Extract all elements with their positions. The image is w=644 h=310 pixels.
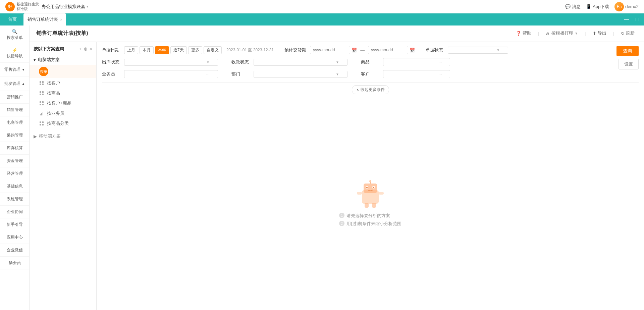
doc-status-dropdown[interactable]: ▼ — [448, 47, 508, 54]
help-icon: ❓ — [516, 31, 521, 36]
status-dropdown-arrow: ▼ — [496, 48, 500, 52]
page-actions: ❓ 帮助 | 🖨 按模板打印 ▼ | ⬆ 导出 | — [513, 29, 637, 38]
export-button[interactable]: ⬆ 导出 — [590, 29, 609, 38]
collapse-conditions-button[interactable]: ∧ 收起更多条件 — [352, 85, 389, 94]
last-month-btn[interactable]: 上月 — [124, 46, 138, 54]
filter-row-1: 单据日期 上月 本月 本年 近7天 更多 自定义 — [102, 46, 612, 54]
sidebar-purchase[interactable]: 采购管理 — [0, 129, 29, 142]
tab-close-icon[interactable]: × — [60, 17, 62, 21]
print-button[interactable]: 🖨 按模板打印 ▼ — [543, 29, 581, 38]
sidebar-newbie[interactable]: 新手引导 — [0, 218, 29, 231]
page-header-top: 销售订单统计表(按单) ❓ 帮助 | 🖨 按模板打印 ▼ | ⬆ — [36, 29, 637, 38]
customer-group: 客户 ··· — [361, 70, 450, 78]
add-scheme-icon[interactable]: + — [79, 46, 82, 52]
top-bar-left: 好 畅捷通好生意 标准版 办公用品行业模拟账套 ▾ — [5, 2, 88, 11]
sidebar-app-center[interactable]: 应用中心 — [0, 231, 29, 244]
scheme-item-by-order[interactable]: 按单 — [30, 65, 96, 78]
app-download-button[interactable]: 📱 App下载 — [586, 4, 609, 10]
tab-minimize-button[interactable]: — — [623, 15, 631, 23]
user-avatar-area[interactable]: Ea demo2 — [614, 2, 639, 11]
svg-rect-18 — [42, 124, 44, 125]
svg-rect-30 — [372, 203, 376, 208]
filter-row-3: 业务员 ··· 部门 — [102, 70, 612, 78]
left-panel-actions: + ⊕ « — [79, 46, 92, 52]
shipment-status-dropdown[interactable]: ▼ — [124, 59, 218, 66]
svg-rect-29 — [365, 203, 369, 208]
active-scheme-badge: 按单 — [39, 67, 48, 76]
settings-button[interactable]: 设置 — [619, 59, 639, 69]
sidebar-search-menu[interactable]: 🔍 搜索菜单 — [0, 25, 29, 44]
sidebar-sales-management[interactable]: 销售管理 — [0, 104, 29, 116]
salesperson-more-icon[interactable]: ··· — [206, 72, 210, 76]
tab-bar: 首页 销售订单统计表 × — □ — [0, 13, 644, 25]
tab-home[interactable]: 首页 — [3, 13, 22, 25]
sidebar-operations[interactable]: 经营管理 — [0, 167, 29, 180]
more-date-btn[interactable]: 更多 — [188, 46, 202, 54]
this-month-btn[interactable]: 本月 — [140, 46, 154, 54]
hint-num-2: 2 — [339, 221, 344, 226]
goods-more-icon[interactable]: ··· — [438, 60, 442, 64]
message-button[interactable]: 💬 消息 — [565, 4, 581, 10]
page-header: 销售订单统计表(按单) ❓ 帮助 | 🖨 按模板打印 ▼ | ⬆ — [30, 25, 644, 42]
sidebar-finance[interactable]: 资金管理 — [0, 155, 29, 167]
expected-date-to-input[interactable] — [368, 46, 408, 54]
collapse-panel-icon[interactable]: « — [90, 46, 92, 52]
calendar-from-icon[interactable]: 📅 — [352, 48, 357, 53]
scheme-item-by-customer[interactable]: 按客户 — [30, 78, 96, 88]
goods-group: 商品 ··· — [361, 58, 450, 66]
svg-rect-27 — [357, 192, 362, 195]
tab-maximize-button[interactable]: □ — [633, 15, 641, 23]
customer-dropdown[interactable]: ··· — [383, 70, 450, 78]
sidebar-member[interactable]: 畅会员 — [0, 257, 29, 269]
edit-scheme-icon[interactable]: ⊕ — [84, 46, 88, 52]
sidebar-quick-nav[interactable]: ⚡ 快捷导航 — [0, 44, 29, 63]
sidebar-wholesale-management[interactable]: 批发管理 ▲ — [0, 77, 29, 91]
print-icon: 🖨 — [546, 31, 550, 36]
tab-sales-order[interactable]: 销售订单统计表 × — [23, 13, 66, 25]
scheme-item-by-customer-goods[interactable]: 按客户+商品 — [30, 98, 96, 108]
calendar-to-icon[interactable]: 📅 — [410, 48, 415, 53]
payment-status-dropdown[interactable]: ▼ — [254, 59, 347, 66]
expected-date-from-input[interactable] — [310, 46, 350, 54]
app-title[interactable]: 办公用品行业模拟账套 ▾ — [42, 4, 88, 10]
goods-dropdown[interactable]: ··· — [383, 58, 450, 66]
svg-rect-17 — [40, 124, 41, 125]
query-button[interactable]: 查询 — [616, 46, 639, 56]
custom-date-btn[interactable]: 自定义 — [204, 46, 222, 54]
last7-btn[interactable]: 近7天 — [170, 46, 187, 54]
sidebar-system[interactable]: 系统管理 — [0, 193, 29, 206]
sidebar-enterprise[interactable]: 企业协同 — [0, 206, 29, 218]
sidebar-marketing[interactable]: 营销推广 — [0, 91, 29, 104]
by-category-icon — [39, 121, 44, 126]
customer-more-icon[interactable]: ··· — [438, 72, 442, 76]
help-button[interactable]: ❓ 帮助 — [513, 29, 534, 38]
scheme-item-by-category[interactable]: 按商品分类 — [30, 118, 96, 128]
tab-controls: — □ — [623, 15, 644, 23]
salesperson-dropdown[interactable]: ··· — [124, 70, 218, 78]
logo-icon: 好 — [5, 2, 15, 11]
department-dropdown[interactable]: ▼ — [254, 71, 347, 78]
scheme-item-by-goods[interactable]: 按商品 — [30, 88, 96, 98]
pc-section-arrow: ▾ — [34, 57, 36, 62]
refresh-button[interactable]: ↻ 刷新 — [618, 29, 637, 38]
sidebar-inventory[interactable]: 库存核算 — [0, 142, 29, 155]
query-actions: 查询 设置 — [616, 46, 639, 69]
svg-rect-6 — [40, 94, 41, 95]
pc-section-header[interactable]: ▾ 电脑端方案 — [30, 55, 96, 65]
svg-rect-15 — [40, 121, 41, 123]
svg-rect-7 — [42, 94, 44, 95]
sidebar-enterprise-wechat[interactable]: 企业微信 — [0, 244, 29, 257]
sidebar-ecommerce[interactable]: 电商管理 — [0, 116, 29, 129]
svg-rect-8 — [40, 101, 41, 103]
svg-rect-4 — [40, 91, 41, 93]
this-year-btn[interactable]: 本年 — [155, 46, 169, 54]
refresh-icon: ↻ — [621, 31, 625, 36]
salesperson-group: 业务员 ··· — [102, 70, 218, 78]
mobile-section-header[interactable]: ▶ 移动端方案 — [30, 131, 96, 141]
scheme-item-by-salesperson[interactable]: 按业务员 — [30, 108, 96, 118]
sidebar-retail-management[interactable]: 零售管理 ▼ — [0, 63, 29, 77]
avatar: Ea — [614, 2, 624, 11]
by-salesperson-icon — [39, 111, 44, 116]
sidebar-basic-info[interactable]: 基础信息 — [0, 180, 29, 193]
logo-text: 畅捷通好生意 标准版 — [17, 2, 39, 11]
